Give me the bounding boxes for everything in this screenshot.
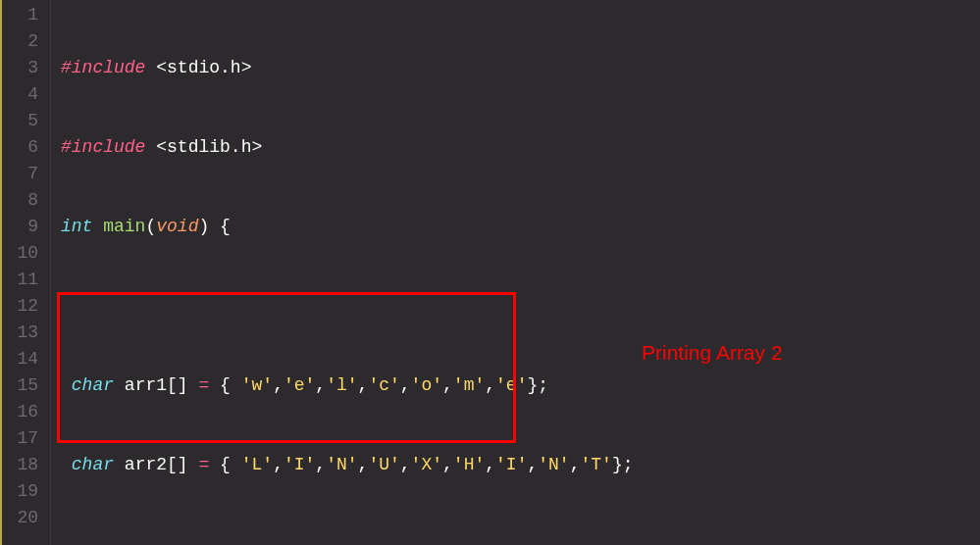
param: void (156, 217, 198, 236)
line-number: 12 (10, 293, 38, 320)
line-number: 19 (10, 478, 38, 505)
line-number: 18 (10, 452, 38, 478)
line-number: 6 (10, 134, 38, 161)
line-number: 3 (10, 55, 38, 81)
preprocessor: #include (61, 137, 145, 157)
code-line: char arr2[] = { 'L','I','N','U','X','H',… (61, 452, 980, 478)
line-number: 15 (10, 372, 38, 399)
line-number: 2 (10, 28, 38, 55)
code-editor: 1 2 3 4 5 6 7 8 9 10 11 12 13 14 15 16 1… (0, 0, 980, 545)
type-keyword: char (72, 455, 114, 474)
line-number: 5 (10, 108, 38, 134)
code-line: int main(void) { (61, 214, 980, 240)
code-line: #include <stdlib.h> (61, 134, 980, 161)
code-line (61, 531, 980, 545)
line-number: 11 (10, 267, 38, 293)
line-number: 1 (10, 2, 38, 28)
annotation-label: Printing Array 2 (642, 339, 783, 366)
function-name: main (103, 217, 145, 236)
line-number: 9 (10, 214, 38, 240)
line-number: 14 (10, 346, 38, 372)
line-number: 17 (10, 425, 38, 452)
code-line: #include <stdio.h> (61, 55, 980, 81)
line-number: 13 (10, 320, 38, 346)
line-number: 10 (10, 240, 38, 267)
preprocessor: #include (61, 58, 145, 77)
code-line (61, 293, 980, 320)
type-keyword: char (72, 375, 114, 395)
type-keyword: int (61, 217, 92, 236)
line-number: 16 (10, 399, 38, 425)
include-path: <stdio.h> (156, 58, 251, 77)
line-number: 20 (10, 505, 38, 531)
code-area[interactable]: #include <stdio.h> #include <stdlib.h> i… (51, 0, 980, 545)
line-number: 7 (10, 161, 38, 187)
include-path: <stdlib.h> (156, 137, 262, 157)
line-number: 8 (10, 187, 38, 214)
line-number-gutter: 1 2 3 4 5 6 7 8 9 10 11 12 13 14 15 16 1… (0, 0, 51, 545)
code-line: char arr1[] = { 'w','e','l','c','o','m',… (61, 372, 980, 399)
line-number: 4 (10, 81, 38, 108)
